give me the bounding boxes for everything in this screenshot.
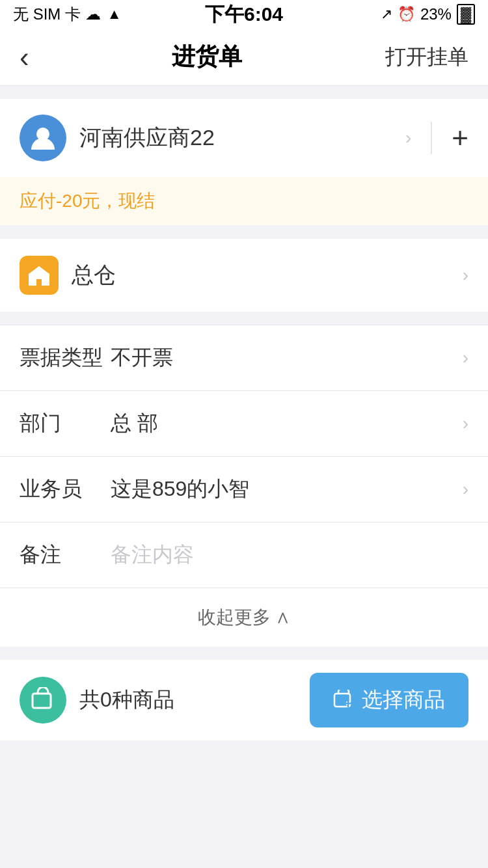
status-right: ↗ ⏰ 23% ▓ <box>381 4 475 25</box>
svg-rect-1 <box>33 694 51 708</box>
remark-label: 备注 <box>20 541 111 569</box>
person-icon <box>29 124 57 152</box>
section-gap-4 <box>0 647 488 660</box>
collapse-row[interactable]: 收起更多 ∧ <box>0 588 488 647</box>
select-product-button[interactable]: 选择商品 <box>310 673 468 727</box>
department-row[interactable]: 部门 总 部 › <box>0 390 488 456</box>
invoice-type-label: 票据类型 <box>20 344 111 372</box>
salesperson-arrow-icon: › <box>463 479 468 500</box>
battery-text: 23% <box>420 5 452 23</box>
invoice-type-value: 不开票 <box>111 344 463 372</box>
signal-text: 无 SIM 卡 ☁ <box>13 4 101 25</box>
salesperson-value: 这是859的小智 <box>111 475 463 504</box>
department-arrow-icon: › <box>463 413 468 434</box>
supplier-arrow-icon: › <box>405 128 411 148</box>
status-left: 无 SIM 卡 ☁ ▲ <box>13 4 121 25</box>
invoice-type-row[interactable]: 票据类型 不开票 › <box>0 325 488 390</box>
select-product-label: 选择商品 <box>362 686 445 714</box>
salesperson-label: 业务员 <box>20 475 111 504</box>
product-bar: 共0种商品 选择商品 <box>0 660 488 740</box>
status-time: 下午6:04 <box>205 1 283 28</box>
warehouse-card: 总仓 › <box>0 238 488 312</box>
remark-row[interactable]: 备注 备注内容 <box>0 522 488 588</box>
battery-icon: ▓ <box>457 4 475 25</box>
supplier-divider <box>431 122 432 154</box>
select-product-icon <box>333 690 354 711</box>
supplier-card: 河南供应商22 › + 应付-20元，现结 <box>0 99 488 225</box>
wifi-icon: ▲ <box>107 6 122 23</box>
salesperson-row[interactable]: 业务员 这是859的小智 › <box>0 456 488 522</box>
product-icon <box>20 677 66 724</box>
supplier-name: 河南供应商22 <box>79 123 405 153</box>
back-button[interactable]: ‹ <box>20 43 29 72</box>
nav-bar: ‹ 进货单 打开挂单 <box>0 29 488 86</box>
warehouse-icon <box>20 256 59 295</box>
remark-value[interactable]: 备注内容 <box>111 541 468 569</box>
notice-bar: 应付-20元，现结 <box>0 177 488 225</box>
supplier-avatar <box>20 115 66 161</box>
warehouse-arrow-icon: › <box>463 265 468 286</box>
status-bar: 无 SIM 卡 ☁ ▲ 下午6:04 ↗ ⏰ 23% ▓ <box>0 0 488 29</box>
department-value: 总 部 <box>111 409 463 438</box>
add-button[interactable]: + <box>452 124 468 152</box>
page-title: 进货单 <box>172 41 242 73</box>
section-gap-1 <box>0 86 488 99</box>
cart-icon <box>30 687 56 713</box>
bottom-fill <box>0 740 488 868</box>
notice-text: 应付-20元，现结 <box>20 191 155 211</box>
house-icon <box>27 264 51 287</box>
collapse-label: 收起更多 ∧ <box>198 605 291 630</box>
location-icon: ↗ <box>381 6 392 23</box>
open-pending-button[interactable]: 打开挂单 <box>385 43 468 72</box>
section-gap-3 <box>0 312 488 325</box>
warehouse-row[interactable]: 总仓 › <box>0 238 488 312</box>
alarm-icon: ⏰ <box>398 6 415 23</box>
department-label: 部门 <box>20 409 111 438</box>
supplier-row[interactable]: 河南供应商22 › + <box>0 99 488 177</box>
form-card: 票据类型 不开票 › 部门 总 部 › 业务员 这是859的小智 › 备注 备注… <box>0 325 488 647</box>
product-count-label: 共0种商品 <box>79 686 297 714</box>
section-gap-2 <box>0 225 488 238</box>
invoice-type-arrow-icon: › <box>463 347 468 368</box>
warehouse-name: 总仓 <box>72 260 463 290</box>
